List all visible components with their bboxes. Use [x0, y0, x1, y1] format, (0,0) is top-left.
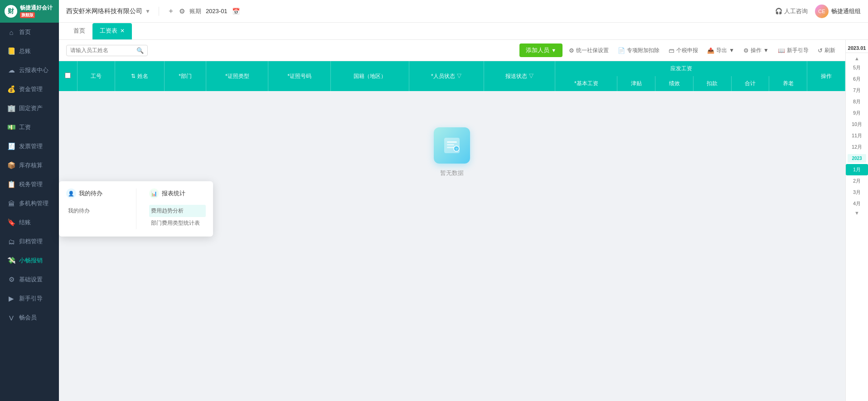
operate-button[interactable]: ⚙ 操作 ▼	[741, 45, 771, 56]
toolbar: 🔍 添加人员 ▼ ⚙ 统一社保设置 📄 专项附加扣除	[59, 40, 845, 61]
company-settings-button[interactable]: ⚙	[179, 7, 185, 15]
header-deduction: 扣款	[693, 76, 731, 91]
tab-salary[interactable]: 工资表 ✕	[92, 23, 132, 39]
header-salary-group: 应发工资	[555, 61, 807, 76]
header-id-no: *证照号码	[268, 61, 330, 91]
special-deduction-button[interactable]: 📄 专项附加扣除	[615, 45, 662, 56]
add-company-button[interactable]: ＋	[167, 6, 175, 16]
sidebar-item-fund[interactable]: 💰 资金管理	[0, 80, 59, 99]
popup-section-report-title: 📊 报表统计	[149, 188, 206, 200]
sidebar-item-fixed-asset[interactable]: 🏢 固定资产	[0, 99, 59, 118]
timeline-month-10[interactable]: 10月	[846, 119, 868, 130]
header-allowance: 津贴	[617, 76, 655, 91]
timeline-month-11[interactable]: 11月	[846, 130, 868, 141]
topbar-right: 🎧 人工咨询 CE 畅捷通组组	[775, 5, 861, 18]
sidebar-item-tax[interactable]: 📋 税务管理	[0, 175, 59, 194]
personal-tax-button[interactable]: 🗃 个税申报	[666, 45, 701, 56]
sidebar-item-ledger[interactable]: 📒 总账	[0, 42, 59, 61]
tab-close-salary[interactable]: ✕	[120, 28, 125, 34]
period-calendar-icon[interactable]: 📅	[232, 8, 240, 15]
sidebar-item-invoice[interactable]: 🧾 发票管理	[0, 137, 59, 156]
archive-icon: 🗂	[7, 238, 15, 246]
popup-item-my-todo[interactable]: 我的待办	[66, 205, 123, 217]
timeline-month-12[interactable]: 12月	[846, 141, 868, 153]
svg-text:?: ?	[456, 147, 458, 151]
add-person-button[interactable]: 添加人员 ▼	[519, 43, 563, 57]
timeline-month-5[interactable]: 5月	[846, 62, 868, 73]
sidebar-item-archive[interactable]: 🗂 归档管理	[0, 232, 59, 251]
refresh-icon: ↺	[818, 47, 823, 54]
org-icon: 🏛	[7, 200, 15, 208]
sidebar-item-inventory[interactable]: 📦 库存核算	[0, 156, 59, 175]
logo-icon: 财	[5, 5, 17, 18]
header-name: ⇅ 姓名	[115, 61, 165, 91]
timeline-month-6[interactable]: 6月	[846, 73, 868, 85]
no-data-icon: ?	[434, 127, 470, 164]
social-insurance-icon: ⚙	[569, 47, 574, 54]
support-button[interactable]: 🎧 人工咨询	[775, 7, 808, 15]
sidebar-item-multi-org[interactable]: 🏛 多机构管理	[0, 194, 59, 213]
sidebar-item-home[interactable]: ⌂ 首页	[0, 23, 59, 42]
sidebar-item-newbie[interactable]: ▶ 新手引导	[0, 289, 59, 308]
operate-chevron-icon: ▼	[763, 47, 769, 53]
timeline-month-1[interactable]: 1月	[846, 164, 868, 175]
refresh-button[interactable]: ↺ 刷新	[815, 45, 838, 56]
add-person-chevron-icon: ▼	[551, 48, 556, 53]
logo-text: 畅捷通好会计 旗舰版	[20, 5, 53, 18]
tab-home[interactable]: 首页	[66, 23, 92, 39]
user-info[interactable]: CE 畅捷通组组	[815, 5, 861, 18]
search-icon[interactable]: 🔍	[136, 47, 144, 54]
staff-filter-icon[interactable]: ▽	[456, 73, 462, 79]
inventory-icon: 📦	[7, 161, 15, 169]
timeline-year-2023: 2023	[848, 154, 866, 163]
popup-column-report: 📊 报表统计 费用趋势分析 部门费用类型统计表	[149, 188, 206, 229]
timeline-down-arrow[interactable]: ▼	[853, 209, 860, 217]
tabs-bar: 首页 工资表 ✕	[59, 23, 868, 40]
svg-rect-1	[447, 141, 457, 143]
export-chevron-icon: ▼	[729, 47, 734, 53]
popup-item-cost-trend[interactable]: 费用趋势分析	[149, 205, 206, 217]
timeline-month-8[interactable]: 8月	[846, 96, 868, 107]
timeline-month-2[interactable]: 2月	[846, 175, 868, 187]
social-insurance-button[interactable]: ⚙ 统一社保设置	[566, 45, 611, 56]
header-base-salary: *基本工资	[555, 76, 617, 91]
export-icon: 📤	[707, 47, 714, 54]
settings-icon: ⚙	[7, 275, 15, 284]
report-filter-icon[interactable]: ▽	[529, 73, 534, 79]
play-icon: ▶	[7, 295, 15, 303]
select-all-checkbox[interactable]	[65, 72, 71, 78]
timeline-month-9[interactable]: 9月	[846, 107, 868, 119]
sidebar-item-closing[interactable]: 🔖 结账	[0, 213, 59, 232]
user-name: 畅捷通组组	[831, 7, 861, 15]
fund-icon: 💰	[7, 85, 15, 93]
export-button[interactable]: 📤 导出 ▼	[704, 45, 737, 56]
company-selector[interactable]: 西安虾米网络科技有限公司 ▼	[66, 7, 150, 15]
timeline-month-3[interactable]: 3月	[846, 187, 868, 198]
sidebar-item-xiaochang[interactable]: 💸 小畅报销	[0, 251, 59, 270]
sidebar-item-cloud-report[interactable]: ☁ 云报表中心	[0, 61, 59, 80]
sort-name-icon[interactable]: ⇅	[131, 73, 136, 79]
operate-icon: ⚙	[743, 47, 749, 54]
app-logo: 财 畅捷通好会计 旗舰版	[0, 0, 59, 23]
todo-section-icon: 👤	[66, 188, 76, 198]
newguide-button[interactable]: 📖 新手引导	[775, 45, 811, 56]
search-box: 🔍	[66, 45, 148, 56]
sidebar-item-basic[interactable]: ⚙ 基础设置	[0, 270, 59, 289]
sidebar-item-member[interactable]: V 畅会员	[0, 308, 59, 327]
sidebar-item-salary[interactable]: 💵 工资	[0, 118, 59, 137]
header-nationality: 国籍（地区）	[330, 61, 409, 91]
topbar: 西安虾米网络科技有限公司 ▼ ＋ ⚙ 账期 2023-01 📅 🎧 人工咨询 C…	[59, 0, 868, 23]
header-checkbox-cell	[59, 61, 77, 91]
company-chevron-icon: ▼	[145, 8, 150, 14]
timeline-month-4[interactable]: 4月	[846, 198, 868, 209]
popup-item-dept-cost[interactable]: 部门费用类型统计表	[149, 217, 206, 229]
header-id-type: *证照类型	[206, 61, 268, 91]
search-input[interactable]	[70, 47, 134, 53]
timeline-month-7[interactable]: 7月	[846, 85, 868, 96]
timeline-header: 2023.01	[846, 43, 868, 53]
tax-icon: 📋	[7, 180, 15, 188]
topbar-divider	[159, 7, 159, 16]
timeline-up-arrow[interactable]: ▲	[853, 55, 860, 62]
popup-section-todo-title: 👤 我的待办	[66, 188, 123, 200]
toolbar-right: 添加人员 ▼ ⚙ 统一社保设置 📄 专项附加扣除 🗃 个税申报	[519, 43, 838, 57]
